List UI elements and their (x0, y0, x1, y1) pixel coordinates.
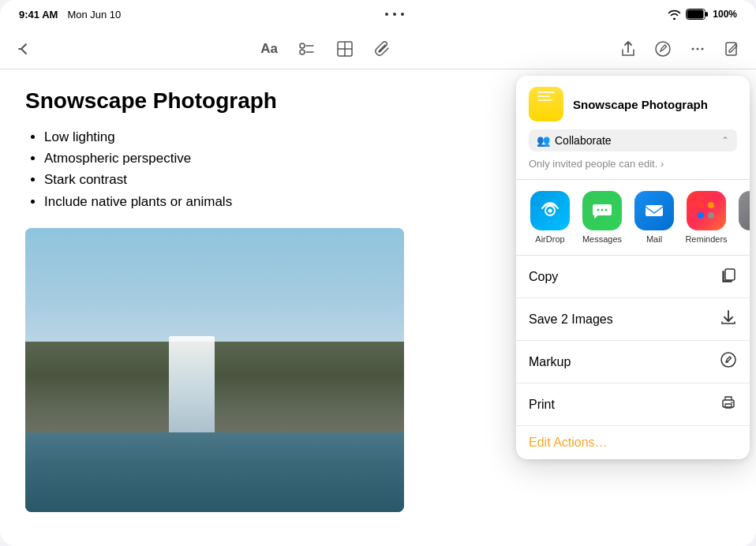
messages-app[interactable]: Messages (578, 191, 627, 244)
table-icon (336, 40, 354, 58)
print-action[interactable]: Print (516, 383, 750, 425)
download-symbol (720, 309, 737, 326)
attachment-button[interactable] (372, 38, 394, 60)
svg-point-23 (721, 353, 735, 367)
reminders-icon (687, 191, 726, 230)
share-title-row: Snowscape Photograph (529, 87, 737, 122)
svg-point-12 (692, 47, 694, 50)
more-icon (689, 40, 706, 58)
mail-label: Mail (646, 234, 662, 244)
svg-point-19 (601, 209, 604, 211)
compose-icon (724, 40, 741, 58)
svg-rect-1 (687, 10, 704, 19)
reminders-app[interactable]: Reminders (682, 191, 731, 244)
svg-point-18 (597, 209, 600, 211)
save-images-label: Save 2 Images (529, 312, 613, 327)
copy-label: Copy (529, 270, 558, 284)
checklist-button[interactable] (296, 38, 318, 60)
messages-icon (582, 191, 622, 230)
status-bar: 9:41 AM Mon Jun 10 100% (0, 0, 756, 28)
airdrop-symbol (539, 200, 561, 222)
rdot-1 (698, 202, 704, 208)
collaborate-chevron: ⌃ (721, 135, 729, 146)
copy-action[interactable]: Copy (516, 256, 750, 298)
battery-label: 100% (713, 9, 737, 20)
svg-point-5 (300, 50, 305, 54)
status-bar-right: 100% (668, 9, 737, 20)
markup-button[interactable] (652, 38, 674, 60)
permissions-text: Only invited people can edit. (529, 158, 657, 170)
note-icon-lines (537, 92, 555, 101)
share-note-title: Snowscape Photograph (573, 98, 708, 111)
checklist-icon (298, 40, 316, 58)
svg-point-4 (300, 43, 305, 48)
share-header: Snowscape Photograph 👥 Collaborate ⌃ Onl… (516, 76, 750, 180)
reminders-dots (698, 202, 715, 219)
share-panel: Snowscape Photograph 👥 Collaborate ⌃ Onl… (516, 76, 750, 459)
svg-point-11 (656, 42, 670, 56)
note-app-icon (529, 87, 563, 122)
toolbar-center: Aa (258, 38, 394, 60)
status-date: Mon Jun 10 (67, 9, 121, 21)
main-content: Snowscape Photograph Low lighting Atmosp… (0, 69, 756, 546)
svg-point-27 (732, 402, 733, 403)
toolbar: Aa (0, 28, 756, 69)
messages-label: Messages (582, 234, 622, 244)
svg-point-20 (605, 209, 608, 211)
copy-icon (720, 266, 737, 287)
center-dot-2 (393, 13, 396, 16)
more-apps-icon (739, 191, 750, 230)
status-time: 9:41 AM (19, 9, 58, 21)
center-dot-3 (401, 13, 404, 16)
mail-symbol (643, 200, 665, 222)
icon-line-1 (537, 92, 555, 93)
edit-actions[interactable]: Edit Actions… (516, 425, 750, 459)
airdrop-app[interactable]: AirDrop (526, 191, 574, 244)
share-apps-row: AirDrop Messages (516, 180, 750, 256)
collaborate-icon: 👥 (537, 134, 550, 147)
share-actions: Copy Save 2 Images (516, 256, 750, 425)
save-images-action[interactable]: Save 2 Images (516, 298, 750, 341)
mail-icon (634, 191, 674, 230)
share-permissions[interactable]: Only invited people can edit. › (529, 158, 737, 170)
rdot-3 (698, 212, 704, 219)
table-button[interactable] (334, 38, 356, 60)
markup-label: Markup (529, 355, 571, 369)
svg-rect-21 (646, 205, 663, 216)
format-button[interactable]: Aa (258, 38, 280, 60)
attachment-icon (374, 40, 391, 58)
photo-background (25, 228, 404, 512)
back-button[interactable] (13, 38, 35, 60)
print-icon (720, 394, 737, 415)
icon-line-2 (537, 95, 550, 97)
rdot-4 (708, 212, 714, 219)
rdot-2 (708, 202, 714, 208)
more-button[interactable] (687, 38, 709, 60)
save-images-icon (720, 309, 737, 330)
permissions-arrow: › (661, 158, 664, 170)
photo-sky (25, 228, 404, 356)
messages-symbol (591, 200, 613, 222)
battery-icon (686, 9, 708, 20)
svg-rect-22 (725, 269, 735, 280)
icon-line-3 (537, 99, 552, 101)
collaborate-row[interactable]: 👥 Collaborate ⌃ (529, 129, 737, 151)
edit-actions-label: Edit Actions… (529, 436, 608, 449)
more-app[interactable]: Fr… (734, 191, 750, 244)
airdrop-icon (530, 191, 570, 230)
svg-point-13 (697, 47, 699, 50)
photo-water (25, 432, 404, 512)
center-dot-1 (385, 13, 388, 16)
share-button[interactable] (617, 38, 639, 60)
print-symbol (720, 394, 737, 411)
share-icon (619, 40, 637, 58)
compose-button[interactable] (721, 38, 743, 60)
mail-app[interactable]: Mail (630, 191, 679, 244)
status-bar-left: 9:41 AM Mon Jun 10 (19, 9, 121, 21)
svg-point-17 (548, 209, 552, 213)
markup-action[interactable]: Markup (516, 341, 750, 383)
svg-point-14 (702, 47, 704, 50)
toolbar-left (13, 38, 35, 60)
markup-pen-icon (654, 40, 672, 58)
note-photo (25, 228, 404, 512)
